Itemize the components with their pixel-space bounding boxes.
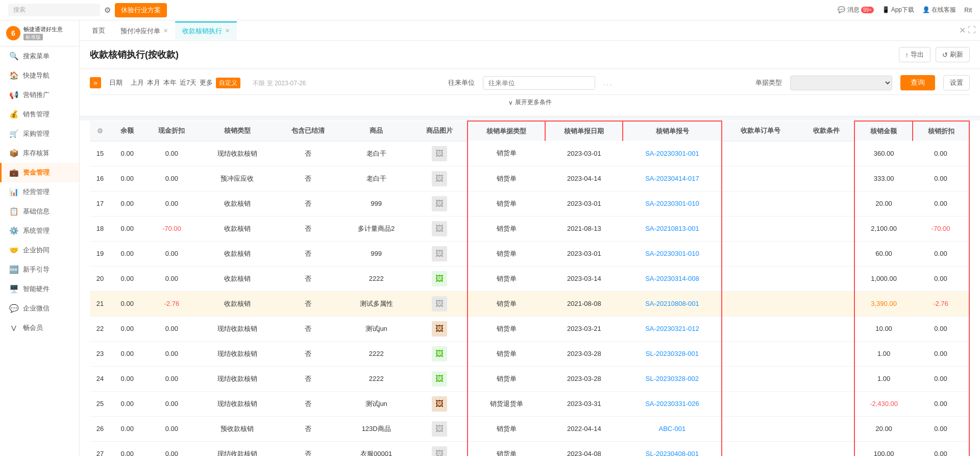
bill-no-link[interactable]: SL-20230408-001: [646, 450, 699, 456]
sidebar-item-vip[interactable]: V 畅会员: [0, 318, 79, 338]
bill-no-link[interactable]: SL-20230328-002: [646, 375, 699, 382]
table-row: 260.000.00预收款核销否123D商品🖼销货单2022-04-14ABC-…: [90, 416, 969, 441]
sidebar-item-wechat[interactable]: 💬 企业微信: [0, 299, 79, 318]
row-verify-bill-type: 销货单: [468, 366, 545, 391]
filter-expand-button[interactable]: »: [90, 77, 101, 88]
bill-no-link[interactable]: SA-20230301-010: [645, 200, 699, 207]
row-product-image: 🖼: [412, 191, 468, 216]
row-verify-bill-no[interactable]: SA-20230301-010: [623, 191, 722, 216]
date-opt-this-year[interactable]: 本年: [163, 78, 177, 87]
tab-restore-icon[interactable]: ⛶: [968, 26, 976, 35]
sidebar-item-hardware[interactable]: 🖥️ 智能硬件: [0, 279, 79, 299]
row-balance: 0.00: [110, 416, 144, 441]
search-box[interactable]: 搜索: [8, 4, 100, 16]
row-no: 18: [90, 216, 110, 241]
sidebar-item-basic[interactable]: 📋 基础信息: [0, 202, 79, 221]
table-header: ⚙ 余额 现金折扣 核销类型 包含已结清 商品 商品图片 核销单据类型 核销单报…: [90, 121, 969, 141]
sidebar-item-marketing[interactable]: 📢 营销推广: [0, 85, 79, 105]
sidebar-item-finance[interactable]: 💼 资金管理: [0, 163, 79, 182]
sidebar-item-purchase[interactable]: 🛒 采购管理: [0, 124, 79, 143]
tab-verify-close[interactable]: ✕: [225, 28, 230, 34]
row-receipt-terms: [799, 191, 854, 216]
bill-no-link[interactable]: SA-20230301-001: [645, 150, 699, 157]
date-opt-this-month[interactable]: 本月: [147, 78, 160, 87]
bill-no-link[interactable]: SA-20230314-008: [645, 275, 699, 282]
bill-no-link[interactable]: SA-20230321-012: [645, 325, 699, 332]
row-verify-type: 收款核销: [199, 241, 275, 266]
sidebar-item-enterprise[interactable]: 🤝 企业协同: [0, 241, 79, 260]
row-product: 多计量商品2: [340, 216, 412, 241]
row-product-image: 🖼: [412, 166, 468, 191]
row-product-image: 🖼: [412, 141, 468, 166]
bill-no-link[interactable]: SA-20230301-010: [645, 250, 699, 257]
date-opt-more[interactable]: 更多: [200, 78, 213, 87]
bill-no-link[interactable]: SA-20230331-026: [645, 400, 699, 407]
app-download-item[interactable]: 📱 App下载: [882, 6, 914, 14]
date-opt-custom[interactable]: 自定义: [216, 78, 240, 88]
th-receipt-order-no: 收款单订单号: [722, 121, 798, 141]
row-product: 老白干: [340, 166, 412, 191]
row-verify-bill-no[interactable]: SA-20230301-010: [623, 241, 722, 266]
expand-more-icon: ∨: [508, 99, 513, 106]
bill-no-link[interactable]: ABC-001: [659, 425, 686, 433]
tab-close-all-icon[interactable]: ✕: [959, 26, 966, 35]
row-verify-bill-no[interactable]: SA-20210813-001: [623, 216, 722, 241]
expand-more-btn[interactable]: ∨ 展开更多条件: [90, 94, 970, 110]
date-opt-last-month[interactable]: 上月: [131, 78, 144, 87]
query-button[interactable]: 查询: [900, 75, 935, 90]
sidebar-item-inventory[interactable]: 📦 库存核算: [0, 143, 79, 163]
tab-prepay[interactable]: 预付冲应付单 ✕: [113, 21, 175, 40]
sidebar-item-system[interactable]: ⚙️ 系统管理: [0, 221, 79, 241]
row-product-image: 🖼: [412, 291, 468, 316]
settings-icon[interactable]: ⚙: [104, 6, 111, 15]
row-product-image: 🖼: [412, 266, 468, 291]
from-unit-label: 往来单位: [448, 78, 475, 87]
row-verify-bill-no[interactable]: SA-20230414-017: [623, 166, 722, 191]
row-cash-discount: 0.00: [144, 141, 200, 166]
bill-type-select[interactable]: [790, 76, 892, 90]
bill-no-link[interactable]: SL-20230328-001: [646, 350, 699, 357]
row-verify-bill-no[interactable]: SA-20230314-008: [623, 266, 722, 291]
th-gear[interactable]: ⚙: [90, 121, 110, 141]
export-button[interactable]: ↑ 导出: [899, 47, 931, 62]
notification-badge: 99+: [861, 7, 874, 13]
table-row: 160.000.00预冲应应收否老白干🖼销货单2023-04-14SA-2023…: [90, 166, 969, 191]
row-verify-type: 现结收款核销: [199, 316, 275, 341]
settings-button[interactable]: 设置: [943, 75, 970, 90]
notification-item[interactable]: 💬 消息 99+: [838, 6, 874, 14]
sidebar-item-shortcut[interactable]: 🏠 快捷导航: [0, 66, 79, 85]
sidebar-item-business[interactable]: 📊 经营管理: [0, 182, 79, 202]
refresh-icon: ↺: [942, 51, 948, 59]
row-verify-bill-no[interactable]: SA-20230301-001: [623, 141, 722, 166]
bill-no-link[interactable]: SA-20210813-001: [645, 225, 699, 232]
tab-home[interactable]: 首页: [84, 22, 113, 39]
row-no: 20: [90, 266, 110, 291]
from-unit-input[interactable]: [483, 76, 595, 90]
row-include-settled: 否: [275, 141, 340, 166]
date-opt-7days[interactable]: 近7天: [180, 78, 197, 87]
row-verify-bill-no[interactable]: SA-20230321-012: [623, 316, 722, 341]
row-verify-bill-no[interactable]: ABC-001: [623, 416, 722, 441]
row-receipt-order-no: [722, 316, 798, 341]
hardware-icon: 🖥️: [9, 284, 19, 294]
bill-no-link[interactable]: SA-20230414-017: [645, 175, 699, 182]
row-verify-bill-no[interactable]: SL-20230408-001: [623, 441, 722, 456]
th-verify-bill-no: 核销单报号: [623, 121, 722, 141]
industry-btn[interactable]: 休验行业方案: [115, 3, 167, 17]
bill-no-link[interactable]: SA-20210808-001: [645, 300, 699, 307]
row-verify-bill-no[interactable]: SL-20230328-002: [623, 366, 722, 391]
sidebar-item-guide[interactable]: 🆕 新手引导: [0, 260, 79, 279]
tab-verify[interactable]: 收款核销执行 ✕: [175, 21, 237, 40]
row-verify-bill-no[interactable]: SL-20230328-001: [623, 341, 722, 366]
online-service-item[interactable]: 👤 在线客服: [922, 6, 956, 14]
row-verify-bill-no[interactable]: SA-20230331-026: [623, 391, 722, 416]
product-image-icon: 🖼: [432, 296, 447, 311]
row-verify-bill-no[interactable]: SA-20210808-001: [623, 291, 722, 316]
sidebar-item-sales[interactable]: 💰 销售管理: [0, 105, 79, 124]
sidebar-item-search[interactable]: 🔍 搜索菜单: [0, 46, 79, 66]
tab-prepay-close[interactable]: ✕: [163, 28, 168, 34]
row-verify-bill-type: 销货单: [468, 166, 545, 191]
refresh-button[interactable]: ↺ 刷新: [936, 47, 970, 62]
row-receipt-terms: [799, 266, 854, 291]
row-verify-amount: 360.00: [854, 141, 913, 166]
